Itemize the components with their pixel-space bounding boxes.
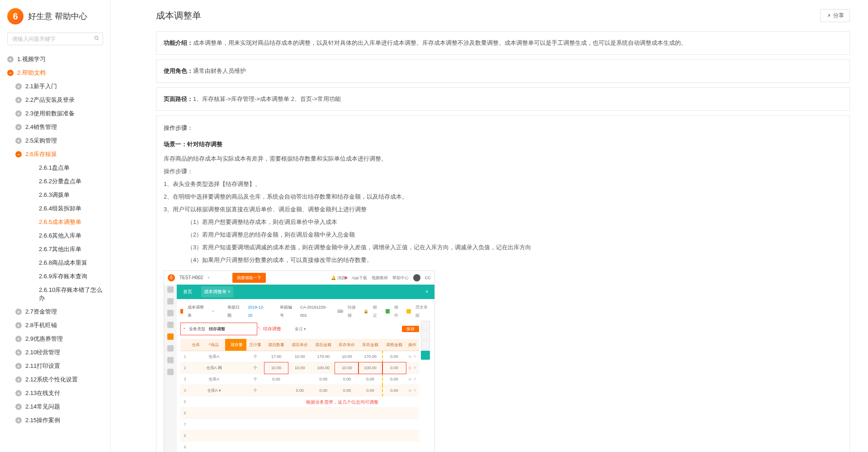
nav-item[interactable]: +2.6.2分量盘点单 [7,175,103,188]
nav-item-label: 2.1新手入门 [25,82,57,90]
steps-label: 操作步骤： [164,166,842,177]
nav-item-label: 2.8手机旺铺 [25,321,57,329]
shot-org: TEST-H002 [179,273,203,282]
shot-topbar: 6 TEST-H002 ▾ 我要领取一下 🔔 消息 App下载 视频教程 帮助中… [164,271,434,285]
nav-item-label: 2.6.8商品成本重算 [39,259,87,267]
shot-annotation-2: 根据业务需求，这几个位总均可调整 [306,398,378,407]
nav-item[interactable]: +2.12系统个性化设置 [7,373,103,386]
sidebar: 6 好生意 帮助中心 +1.视频学习–2.帮助文档+2.1新手入门+2.2产品安… [0,0,111,452]
collapse-icon: – [7,70,14,76]
intro-label: 功能介绍： [164,39,193,46]
nav-item[interactable]: +2.6.5成本调整单 [7,215,103,229]
expand-icon: + [15,376,22,383]
expand-icon: + [15,322,22,328]
nav-item[interactable]: +2.4销售管理 [7,120,103,134]
nav-item[interactable]: +2.9优惠券管理 [7,332,103,346]
nav-item[interactable]: +2.15操作案例 [7,414,103,427]
nav-item-label: 2.15操作案例 [25,416,60,424]
path-label: 页面路径： [164,95,193,102]
step-2: 2、在明细中选择要调整的商品及仓库，系统会自动带出结存数量和结存金额，以及结存成… [164,191,842,203]
nav-item[interactable]: +2.6.8商品成本重算 [7,256,103,270]
share-button[interactable]: 分享 [820,9,850,22]
intro-box: 功能介绍：成本调整单，用来实现对商品结存成本的调整，以及针对具体的出入库单进行成… [156,31,850,55]
path-text: 1、库存核算->库存管理->成本调整单 2、首页->常用功能 [193,95,341,102]
nav-item-label: 2.帮助文档 [17,69,46,77]
role-box: 使用角色：通常由财务人员维护 [156,59,850,83]
step-1: 1、表头业务类型选择【结存调整】。 [164,178,842,190]
shot-avatar [413,274,420,281]
embedded-screenshot: 6 TEST-H002 ▾ 我要领取一下 🔔 消息 App下载 视频教程 帮助中… [164,271,435,452]
nav-item[interactable]: +2.6.9库存账本查询 [7,270,103,283]
nav-item[interactable]: +2.6.6其他入库单 [7,229,103,243]
share-label: 分享 [833,12,844,19]
step-3: 3、用户可以根据调整依据直接在调后单价、调后金额、调整金额列上进行调整 [164,204,842,215]
nav-item[interactable]: +2.8手机旺铺 [7,319,103,332]
nav-item-label: 1.视频学习 [17,55,46,63]
nav-item[interactable]: –2.帮助文档 [7,66,103,80]
nav-item[interactable]: +2.6.4组装拆卸单 [7,202,103,215]
nav-item-label: 2.6.10库存账本错了怎么办 [39,286,103,302]
share-icon [826,13,831,19]
nav-item-label: 2.6.3调拨单 [39,191,70,199]
expand-icon: + [15,110,22,117]
nav-item-label: 2.10经营管理 [25,348,60,357]
nav-item-label: 2.6.6其他入库单 [39,232,81,240]
nav-item[interactable]: +2.13在线支付 [7,386,103,400]
nav-item[interactable]: +2.1新手入门 [7,80,103,93]
expand-icon: + [7,56,14,62]
nav-item[interactable]: +2.6.7其他出库单 [7,243,103,256]
search-input[interactable] [7,33,103,45]
nav-item[interactable]: +2.5采购管理 [7,134,103,147]
nav-item[interactable]: +2.6.3调拨单 [7,188,103,202]
nav-tree: +1.视频学习–2.帮助文档+2.1新手入门+2.2产品安装及登录+2.3使用前… [7,52,103,427]
shot-sidebar [164,285,177,452]
expand-icon: + [15,349,22,356]
nav-item-label: 2.5采购管理 [25,137,57,145]
page-header: 成本调整单 分享 [156,9,850,22]
expand-icon: + [15,124,22,130]
nav-item[interactable]: +2.10经营管理 [7,346,103,359]
substep-1: （1）若用户想要调整结存成本，则在调后单价中录入成本 [164,216,842,228]
nav-item-label: 2.13在线支付 [25,389,60,397]
nav-item[interactable]: +1.视频学习 [7,52,103,66]
page-title: 成本调整单 [156,10,201,22]
nav-item-label: 2.6.9库存账本查询 [39,272,87,281]
nav-item-label: 2.11打印设置 [25,362,60,370]
nav-item[interactable]: +2.6.1盘点单 [7,161,103,175]
shot-float-panel [421,321,431,360]
shot-top-button: 我要领取一下 [232,273,266,283]
brand-row: 6 好生意 帮助中心 [7,8,103,24]
scene-desc: 库存商品的结存成本与实际成本有差异，需要根据结存数量和实际单位成本进行调整。 [164,153,842,165]
expand-icon: + [15,138,22,144]
steps-title: 操作步骤： [164,122,842,134]
shot-filter-box: * 业务类型 结存调整 [180,323,257,335]
brand-text: 好生意 帮助中心 [28,11,87,22]
nav-item[interactable]: +2.6.10库存账本错了怎么办 [7,283,103,305]
logo-icon: 6 [7,8,24,24]
expand-icon: + [15,363,22,369]
expand-icon: + [15,97,22,103]
nav-item-label: 2.6.4组装拆卸单 [39,205,81,213]
nav-item-label: 2.4销售管理 [25,123,57,131]
nav-item-label: 2.7资金管理 [25,308,57,316]
path-box: 页面路径：1、库存核算->库存管理->成本调整单 2、首页->常用功能 [156,87,850,111]
shot-logo-icon: 6 [168,274,175,281]
nav-item[interactable]: +2.14常见问题 [7,400,103,414]
search-wrap [7,33,103,45]
nav-item[interactable]: +2.2产品安装及登录 [7,93,103,107]
nav-item[interactable]: +2.11打印设置 [7,359,103,373]
substep-3: （3）若用户知道要调增或调减的成本差值，则在调整金额中录入差值，调增录入正值，记… [164,242,842,253]
expand-icon: + [15,336,22,342]
expand-icon: + [15,309,22,315]
substep-2: （2）若用户知道调整总的结存金额，则在调后金额中录入总金额 [164,229,842,241]
nav-item-label: 2.6.1盘点单 [39,164,70,172]
expand-icon: + [15,417,22,423]
nav-item-label: 2.9优惠券管理 [25,335,63,343]
expand-icon: + [15,390,22,396]
nav-item[interactable]: –2.6库存核算 [7,147,103,161]
nav-item[interactable]: +2.3使用前数据准备 [7,107,103,120]
substep-4: （4）如果用户只调整部分数量的成本，可以直接修改带出的结存数量。 [164,254,842,266]
shot-msg: 🔔 消息 [331,274,347,282]
nav-item[interactable]: +2.7资金管理 [7,305,103,319]
role-label: 使用角色： [164,67,193,74]
